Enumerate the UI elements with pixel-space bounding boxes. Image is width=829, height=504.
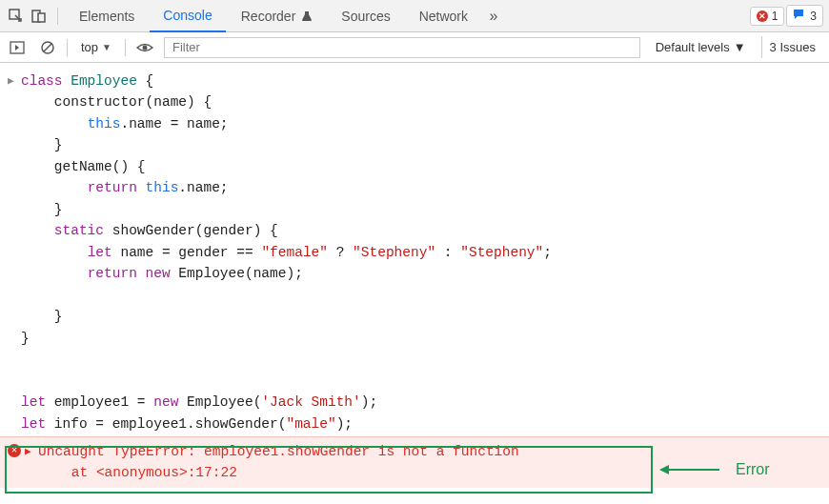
more-tabs-icon[interactable]: »: [483, 6, 504, 27]
eye-icon[interactable]: [133, 36, 156, 59]
expand-icon[interactable]: ▶: [25, 441, 38, 460]
tab-network[interactable]: Network: [406, 1, 481, 31]
annotation-label: Error: [736, 461, 770, 478]
annotation-arrow-head: [659, 465, 669, 474]
sidebar-toggle-icon[interactable]: [6, 36, 29, 59]
tab-recorder[interactable]: Recorder: [228, 1, 327, 31]
inspect-icon[interactable]: [6, 6, 27, 27]
flask-icon: [301, 10, 313, 22]
code-block[interactable]: class Employee { constructor(name) { thi…: [21, 71, 552, 434]
tab-console[interactable]: Console: [150, 0, 225, 32]
clear-console-icon[interactable]: [36, 36, 59, 59]
caret-down-icon: ▼: [734, 40, 746, 54]
device-toggle-icon[interactable]: [29, 6, 50, 27]
tab-sources[interactable]: Sources: [328, 1, 403, 31]
filter-input[interactable]: [164, 37, 640, 58]
error-count-badge[interactable]: ✕ 1: [750, 7, 785, 26]
console-body: ▶ class Employee { constructor(name) { t…: [0, 63, 829, 488]
error-icon: ✕: [8, 444, 21, 457]
error-count: 1: [772, 10, 778, 23]
expand-icon[interactable]: ▶: [8, 71, 21, 90]
divider: [57, 8, 58, 25]
svg-line-5: [44, 44, 51, 51]
log-levels-selector[interactable]: Default levels ▼: [648, 40, 754, 54]
tab-elements[interactable]: Elements: [66, 1, 148, 31]
console-input-entry: ▶ class Employee { constructor(name) { t…: [0, 69, 829, 436]
issues-button[interactable]: 3 Issues: [761, 36, 823, 58]
levels-label: Default levels: [656, 40, 730, 54]
tab-recorder-label: Recorder: [241, 9, 296, 24]
message-count: 3: [810, 10, 817, 23]
svg-point-6: [142, 45, 147, 50]
devtools-tabbar: Elements Console Recorder Sources Networ…: [0, 0, 829, 32]
divider: [67, 39, 68, 56]
annotation-arrow: [667, 469, 719, 471]
error-badge-icon: ✕: [757, 10, 768, 22]
divider: [125, 39, 126, 56]
console-error-entry: ✕ ▶ Uncaught TypeError: employee1.showGe…: [0, 436, 829, 488]
svg-rect-2: [38, 13, 45, 22]
context-selector[interactable]: top ▼: [75, 38, 117, 56]
console-toolbar: top ▼ Default levels ▼ 3 Issues: [0, 32, 829, 63]
error-message[interactable]: Uncaught TypeError: employee1.showGender…: [38, 441, 519, 484]
message-badge-icon: [793, 8, 806, 24]
message-count-badge[interactable]: 3: [786, 5, 823, 27]
context-label: top: [81, 40, 98, 54]
caret-down-icon: ▼: [102, 42, 111, 52]
